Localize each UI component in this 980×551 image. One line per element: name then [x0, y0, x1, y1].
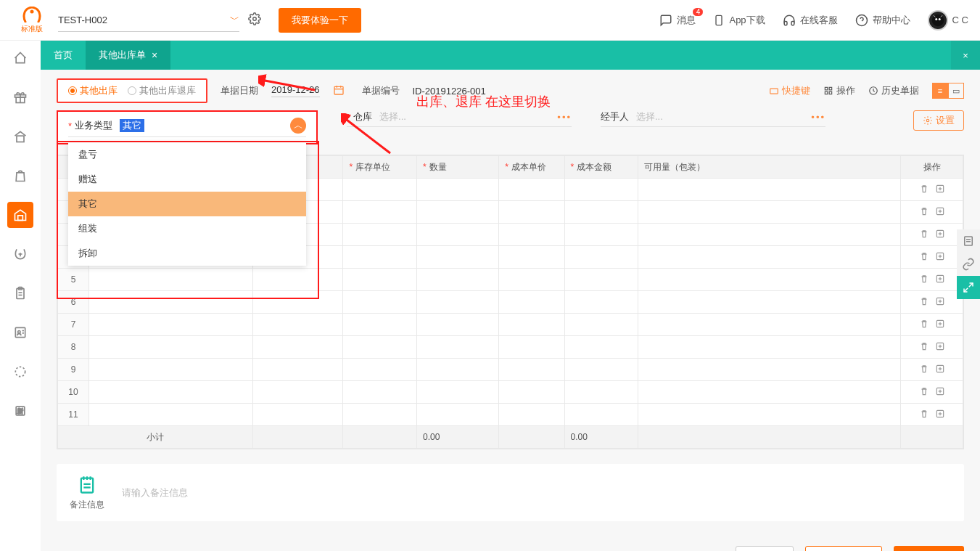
headset-icon [783, 14, 796, 27]
table-row[interactable]: 5 [58, 269, 963, 291]
biz-type-field-wrap: * 业务类型 其它 ︿ 盘亏 赠送 其它 组装 拆卸 [57, 110, 318, 144]
tab-other-outbound[interactable]: 其他出库单 × [86, 41, 170, 70]
doc-date-value[interactable]: 2019-12-26 [271, 84, 320, 97]
nav-money-icon[interactable] [7, 241, 33, 267]
delete-icon[interactable] [919, 253, 929, 264]
add-row-icon[interactable] [935, 231, 945, 241]
content: 其他出库 其他出库退库 单据日期 2019-12-26 单据编号 ID-2019… [41, 70, 980, 551]
delete-icon[interactable] [919, 208, 929, 219]
biz-option[interactable]: 盘亏 [68, 142, 306, 167]
add-row-icon[interactable] [935, 343, 945, 354]
doc-date-label: 单据日期 [221, 84, 258, 97]
add-row-icon[interactable] [935, 298, 945, 309]
float-expand-icon[interactable] [957, 276, 980, 299]
tabs-close-all[interactable]: × [951, 41, 980, 70]
footer: 放弃 保存草稿 保存﹀ [41, 536, 980, 551]
float-note-icon[interactable] [957, 229, 980, 253]
col-qty: *数量 [417, 156, 499, 179]
experience-button[interactable]: 我要体验一下 [279, 8, 361, 33]
svg-point-0 [30, 9, 34, 13]
table-row[interactable]: 10 [58, 381, 963, 404]
tab-home[interactable]: 首页 [41, 41, 86, 70]
nav-bag-icon[interactable] [7, 163, 33, 189]
save-draft-button[interactable]: 保存草稿 [805, 546, 882, 551]
delete-icon[interactable] [919, 186, 929, 196]
org-settings-gear-icon[interactable] [248, 12, 261, 28]
save-button[interactable]: 保存﹀ [894, 546, 964, 551]
edition-tag: 标准版 [21, 24, 43, 34]
phone-icon [713, 14, 725, 27]
nav-gift-icon[interactable] [7, 84, 33, 110]
user-menu[interactable]: C C [928, 10, 968, 30]
remark-input[interactable]: 请输入备注信息 [119, 482, 951, 504]
table-row[interactable]: 9 [58, 359, 963, 381]
table-row[interactable]: 11 [58, 404, 963, 426]
discard-button[interactable]: 放弃 [736, 546, 794, 551]
remark-label: 备注信息 [70, 499, 104, 511]
biz-option[interactable]: 赠送 [68, 167, 306, 192]
shortcut-link[interactable]: 快捷键 [769, 84, 810, 97]
add-row-icon[interactable] [935, 253, 945, 264]
biz-option[interactable]: 拆卸 [68, 241, 306, 266]
nav-clipboard-icon[interactable] [7, 280, 33, 306]
nav-plugin-icon[interactable] [7, 359, 33, 385]
add-row-icon[interactable] [935, 366, 945, 376]
add-row-icon[interactable] [935, 276, 945, 286]
add-row-icon[interactable] [935, 321, 945, 331]
svg-rect-24 [334, 86, 343, 94]
float-link-icon[interactable] [957, 253, 980, 276]
operate-link[interactable]: 操作 [823, 84, 855, 97]
help-link[interactable]: 帮助中心 [855, 14, 910, 27]
view-card-icon[interactable]: ▭ [948, 83, 964, 99]
settings-button[interactable]: 设置 [913, 110, 964, 131]
svg-point-7 [935, 18, 937, 20]
view-list-icon[interactable]: ≡ [932, 83, 948, 99]
subtotal-qty: 0.00 [417, 426, 499, 449]
handler-placeholder: 选择... [636, 110, 663, 123]
messages-link[interactable]: 消息 4 [659, 14, 696, 27]
tab-close-icon[interactable]: × [152, 49, 157, 61]
nav-store-icon[interactable] [7, 123, 33, 150]
row-ops [901, 246, 963, 269]
radio-other-outbound[interactable]: 其他出库 [68, 84, 118, 97]
delete-icon[interactable] [919, 276, 929, 286]
delete-icon[interactable] [919, 366, 929, 376]
table-row[interactable]: 6 [58, 291, 963, 314]
delete-icon[interactable] [919, 298, 929, 309]
calendar-icon[interactable] [333, 84, 345, 98]
delete-icon[interactable] [919, 388, 929, 399]
table-row[interactable]: 7 [58, 314, 963, 336]
biz-type-label: 业务类型 [75, 119, 112, 132]
org-select[interactable]: TEST-H002 ﹀ [58, 9, 239, 32]
online-cs-link[interactable]: 在线客服 [783, 14, 838, 27]
biz-option[interactable]: 其它 [68, 192, 306, 216]
history-link[interactable]: 历史单据 [868, 84, 919, 97]
chevron-up-icon[interactable]: ︿ [290, 118, 306, 134]
biz-option[interactable]: 组装 [68, 216, 306, 241]
radio-other-outbound-return[interactable]: 其他出库退库 [128, 84, 196, 97]
nav-home-icon[interactable] [7, 45, 33, 71]
handler-field[interactable]: 经手人 选择... ••• [601, 110, 825, 127]
delete-icon[interactable] [919, 343, 929, 354]
svg-point-18 [18, 331, 20, 333]
add-row-icon[interactable] [935, 186, 945, 196]
nav-new-icon[interactable]: 新 [7, 398, 33, 424]
delete-icon[interactable] [919, 411, 929, 421]
nav-employee-icon[interactable] [7, 319, 33, 346]
add-row-icon[interactable] [935, 388, 945, 399]
table-row[interactable]: 8 [58, 336, 963, 359]
svg-rect-72 [81, 478, 93, 493]
more-icon[interactable]: ••• [811, 112, 825, 123]
delete-icon[interactable] [919, 231, 929, 241]
delete-icon[interactable] [919, 321, 929, 331]
col-unit: *库存单位 [343, 156, 417, 179]
row-ops [901, 381, 963, 404]
add-row-icon[interactable] [935, 411, 945, 421]
add-row-icon[interactable] [935, 208, 945, 219]
app-download-link[interactable]: App下载 [713, 14, 765, 27]
biz-type-field[interactable]: * 业务类型 其它 ︿ [68, 118, 306, 137]
nav-warehouse-icon[interactable] [7, 202, 33, 228]
row-ops [901, 224, 963, 246]
warehouse-field[interactable]: * 仓库 选择... ••• [347, 110, 572, 127]
more-icon[interactable]: ••• [557, 112, 572, 123]
